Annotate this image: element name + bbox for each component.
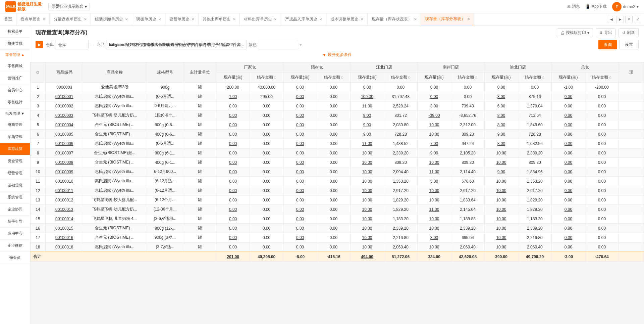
td-jb-qty[interactable]: 10.00 <box>351 205 384 214</box>
td-code[interactable]: 00100012 <box>45 195 83 205</box>
td-nb-qty[interactable]: 0.00 <box>418 92 451 101</box>
td-yb-qty[interactable]: 10.00 <box>484 177 518 186</box>
print-btn[interactable]: 🖨 按模版打印 ▾ <box>557 28 593 37</box>
td-jb-qty[interactable]: 10.00 <box>351 233 384 242</box>
td-m-qty[interactable]: 0.00 <box>283 195 317 205</box>
td-jb-qty[interactable]: 10.00 <box>351 148 384 158</box>
td-t-qty[interactable]: 0.00 <box>551 205 585 214</box>
sidebar-item-retail-stat[interactable]: 零售统计 <box>0 96 30 108</box>
td-jb-qty[interactable]: 11.00 <box>351 139 384 148</box>
td-jb-qty[interactable]: 10.00 <box>351 186 384 195</box>
summary-f-qty[interactable]: 201.00 <box>216 252 250 262</box>
sidebar-item-system[interactable]: 系统管理 <box>0 191 30 203</box>
td-yb-qty[interactable]: 10.00 <box>484 224 518 233</box>
tab-close[interactable]: ✕ <box>414 17 417 21</box>
td-f-qty[interactable]: 0.00 <box>216 224 250 233</box>
tab-close[interactable]: ✕ <box>319 17 322 21</box>
tab-maximize-btn[interactable]: ⤢ <box>634 16 641 23</box>
tab-next-btn[interactable]: ▶ <box>616 16 624 23</box>
settings-btn[interactable]: 设置 <box>619 40 639 49</box>
td-yb-qty[interactable]: 10.00 <box>484 148 518 158</box>
td-m-qty[interactable]: 0.00 <box>283 205 317 214</box>
tab-5[interactable]: 要货单历史 ✕ <box>165 13 199 26</box>
td-t-qty[interactable]: 0.00 <box>551 214 585 224</box>
td-jb-qty[interactable]: 10.00 <box>351 167 384 177</box>
td-jb-qty[interactable]: 9.00 <box>351 130 384 139</box>
refresh-btn[interactable]: ↺ 刷新 <box>619 28 639 37</box>
td-yb-qty[interactable]: 10.00 <box>484 186 518 195</box>
td-t-qty[interactable]: 0.00 <box>551 111 585 120</box>
summary-jb-qty[interactable]: 494.00 <box>351 252 384 262</box>
td-t-qty[interactable]: 0.00 <box>551 158 585 167</box>
sidebar-item-purchase[interactable]: 采购管理 <box>0 131 30 143</box>
td-nb-qty[interactable]: 10.00 <box>418 242 451 252</box>
td-f-qty[interactable]: 200.00 <box>216 83 250 92</box>
sidebar-item-wechat[interactable]: 企业微信 <box>0 240 30 252</box>
td-f-qty[interactable]: 1.00 <box>216 92 250 101</box>
sidebar-item-apps[interactable]: 应用中心 <box>0 228 30 240</box>
td-t-qty[interactable]: 0.00 <box>551 139 585 148</box>
td-nb-qty[interactable]: 10.00 <box>418 120 451 130</box>
td-yb-qty[interactable]: 8.00 <box>484 111 518 120</box>
td-t-qty[interactable]: 0.00 <box>551 101 585 111</box>
sidebar-section-wholesale[interactable]: 批发管理 ▼ <box>0 108 30 119</box>
td-nb-qty[interactable]: 3.00 <box>418 101 451 111</box>
filter-expand-row[interactable]: ▼ 展开更多条件 <box>36 51 639 59</box>
td-m-qty[interactable]: 0.00 <box>283 120 317 130</box>
td-t-qty[interactable]: 0.00 <box>551 224 585 233</box>
industry-selector[interactable]: 母婴行业演示陈套 ▾ <box>48 3 90 10</box>
sidebar-item-member2[interactable]: 畅会员 <box>0 252 30 264</box>
td-m-qty[interactable]: 0.00 <box>283 101 317 111</box>
sidebar-item-finance[interactable]: 资金管理 <box>0 155 30 167</box>
td-nb-qty[interactable]: 11.00 <box>418 167 451 177</box>
td-yb-qty[interactable]: 8.00 <box>484 120 518 130</box>
td-m-qty[interactable]: 0.00 <box>283 111 317 120</box>
td-jb-qty[interactable]: 11.00 <box>351 101 384 111</box>
td-nb-qty[interactable]: -39.00 <box>418 111 451 120</box>
td-code[interactable]: 00100005 <box>45 130 83 139</box>
tab-close-all-btn[interactable]: ✕ <box>625 16 633 23</box>
goods-input[interactable] <box>106 40 247 49</box>
td-m-qty[interactable]: 0.00 <box>283 130 317 139</box>
td-code[interactable]: 00100010 <box>45 177 83 186</box>
td-code[interactable]: 00100008 <box>45 158 83 167</box>
td-t-qty[interactable]: 0.00 <box>551 186 585 195</box>
sidebar-item-guide[interactable]: 新手引导 <box>0 216 30 228</box>
td-m-qty[interactable]: 0.00 <box>283 158 317 167</box>
sidebar-item-nav[interactable]: 快捷导航 <box>0 38 30 50</box>
td-code[interactable]: 00100001 <box>45 92 83 101</box>
search-btn[interactable]: 查询 <box>598 40 617 49</box>
td-m-qty[interactable]: 0.00 <box>283 92 317 101</box>
tab-close[interactable]: ✕ <box>125 17 128 21</box>
td-m-qty[interactable]: 0.00 <box>283 139 317 148</box>
tab-close-active[interactable]: ✕ <box>467 17 470 21</box>
sidebar-item-business[interactable]: 经营管理 <box>0 167 30 179</box>
td-f-qty[interactable]: 0.00 <box>216 111 250 120</box>
sidebar-item-member[interactable]: 会员中心 <box>0 84 30 96</box>
export-btn[interactable]: ⬇ 导出 <box>596 28 616 37</box>
td-f-qty[interactable]: 0.00 <box>216 205 250 214</box>
td-f-qty[interactable]: 0.00 <box>216 139 250 148</box>
td-m-qty[interactable]: 0.00 <box>283 148 317 158</box>
td-m-qty[interactable]: 0.00 <box>283 224 317 233</box>
td-f-qty[interactable]: 0.00 <box>216 130 250 139</box>
user-menu[interactable]: E demo2 ▾ <box>612 2 639 11</box>
td-t-qty[interactable]: -1.00 <box>551 83 585 92</box>
sidebar-item-retail-mall[interactable]: 零售商城 <box>0 60 30 72</box>
td-jb-qty[interactable]: 10.00 <box>351 195 384 205</box>
td-nb-qty[interactable]: 11.00 <box>418 205 451 214</box>
td-m-qty[interactable]: 0.00 <box>283 186 317 195</box>
td-code[interactable]: 00100007 <box>45 148 83 158</box>
td-jb-qty[interactable]: 10.00 <box>351 177 384 186</box>
td-nb-qty[interactable]: 10.00 <box>418 130 451 139</box>
summary-t-qty[interactable]: -3.00 <box>551 252 585 262</box>
td-nb-qty[interactable]: 9.00 <box>418 148 451 158</box>
td-f-qty[interactable]: 0.00 <box>216 148 250 158</box>
td-t-qty[interactable]: 0.00 <box>551 167 585 177</box>
tab-close[interactable]: ✕ <box>233 17 235 21</box>
td-f-qty[interactable]: 0.00 <box>216 233 250 242</box>
message-btn[interactable]: ✉ 消息 <box>567 4 580 9</box>
td-code[interactable]: 00100004 <box>45 120 83 130</box>
td-m-qty[interactable]: 0.00 <box>283 214 317 224</box>
td-yb-qty[interactable]: 10.00 <box>484 233 518 242</box>
